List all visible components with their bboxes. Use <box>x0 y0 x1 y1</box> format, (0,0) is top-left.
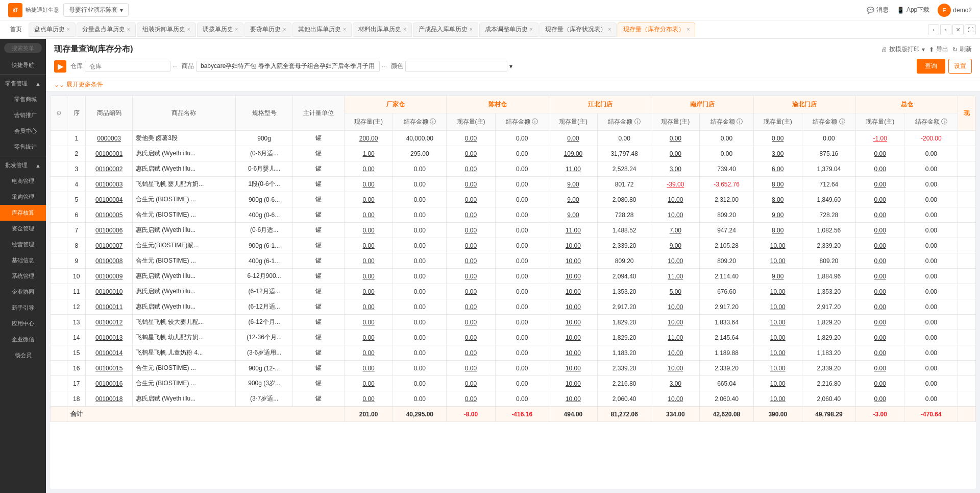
sidebar-item-finance[interactable]: 资金管理 <box>0 221 46 237</box>
cell-code[interactable]: 00100009 <box>86 269 133 284</box>
cell-code[interactable]: 00100010 <box>86 284 133 299</box>
cell-jb-stock[interactable]: 11.00 <box>549 223 597 238</box>
cell-c-stock[interactable]: 0.00 <box>447 345 495 361</box>
cell-total-stock[interactable]: 0.00 <box>856 161 904 177</box>
cell-f-stock[interactable]: 0.00 <box>345 161 393 177</box>
cell-c-stock[interactable]: 0.00 <box>447 207 495 223</box>
sidebar-item-collab[interactable]: 企业协同 <box>0 284 46 300</box>
cell-total-stock[interactable]: 0.00 <box>856 207 904 223</box>
cell-f-stock[interactable]: 1.00 <box>345 146 393 161</box>
nav-next-button[interactable]: › <box>940 24 951 35</box>
cell-na-stock[interactable]: 10.00 <box>651 207 700 223</box>
nav-expand-button[interactable]: ⛶ <box>965 24 976 35</box>
close-icon[interactable]: × <box>687 27 690 32</box>
sidebar-item-marketing[interactable]: 营销推广 <box>0 107 46 123</box>
cell-code[interactable]: 00100018 <box>86 391 133 407</box>
close-icon[interactable]: × <box>67 27 70 32</box>
cell-c-stock[interactable]: 0.00 <box>447 223 495 238</box>
cell-f-stock[interactable]: 200.00 <box>345 131 393 146</box>
cell-yb-stock[interactable]: 9.00 <box>753 207 802 223</box>
cell-yb-stock[interactable]: 10.00 <box>753 299 802 315</box>
cell-total-stock[interactable]: -1.00 <box>856 131 904 146</box>
cell-yb-stock[interactable]: 10.00 <box>753 238 802 253</box>
cell-jb-stock[interactable]: 10.00 <box>549 330 597 345</box>
cell-c-stock[interactable]: 0.00 <box>447 177 495 192</box>
cell-jb-stock[interactable]: 9.00 <box>549 207 597 223</box>
cell-yb-stock[interactable]: 8.00 <box>753 177 802 192</box>
cell-f-stock[interactable]: 0.00 <box>345 391 393 407</box>
cell-yb-stock[interactable]: 10.00 <box>753 345 802 361</box>
sidebar-item-stock[interactable]: 库存核算 <box>0 205 46 221</box>
cell-na-stock[interactable]: 5.00 <box>651 284 700 299</box>
sidebar-item-quicknav[interactable]: 快捷导航 <box>0 57 46 73</box>
tab-inventory-history[interactable]: 盘点单历史 × <box>29 22 76 37</box>
cell-code[interactable]: 00100006 <box>86 223 133 238</box>
cell-jb-stock[interactable]: 10.00 <box>549 284 597 299</box>
cell-c-stock[interactable]: 0.00 <box>447 330 495 345</box>
user-area[interactable]: E demo2 <box>938 4 972 17</box>
cell-code[interactable]: 00100015 <box>86 361 133 376</box>
color-input[interactable] <box>405 61 507 72</box>
cell-f-stock[interactable]: 0.00 <box>345 238 393 253</box>
cell-jb-stock[interactable]: 10.00 <box>549 253 597 269</box>
gear-icon[interactable]: ⚙ <box>56 110 62 117</box>
cell-jb-stock[interactable]: 109.00 <box>549 146 597 161</box>
cell-c-stock[interactable]: 0.00 <box>447 284 495 299</box>
print-button[interactable]: 🖨 按模版打印 ▾ <box>881 45 925 54</box>
cell-yb-stock[interactable]: 8.00 <box>753 192 802 207</box>
sidebar-item-retail-stats[interactable]: 零售统计 <box>0 139 46 155</box>
cell-f-stock[interactable]: 0.00 <box>345 330 393 345</box>
cell-jb-stock[interactable]: 10.00 <box>549 345 597 361</box>
cell-jb-stock[interactable]: 10.00 <box>549 299 597 315</box>
sidebar-item-retail[interactable]: 零售管理 ▲ <box>0 76 46 91</box>
cell-na-stock[interactable]: 10.00 <box>651 361 700 376</box>
close-icon[interactable]: × <box>283 27 286 32</box>
cell-na-stock[interactable]: 11.00 <box>651 330 700 345</box>
cell-f-stock[interactable]: 0.00 <box>345 269 393 284</box>
cell-yb-stock[interactable]: 10.00 <box>753 315 802 330</box>
sidebar-item-wholesale[interactable]: 批发管理 ▲ <box>0 157 46 173</box>
cell-yb-stock[interactable]: 10.00 <box>753 391 802 407</box>
cell-total-stock[interactable]: 0.00 <box>856 177 904 192</box>
cell-code[interactable]: 00100008 <box>86 253 133 269</box>
cell-total-stock[interactable]: 0.00 <box>856 223 904 238</box>
cell-total-stock[interactable]: 0.00 <box>856 330 904 345</box>
cell-jb-stock[interactable]: 10.00 <box>549 269 597 284</box>
cell-f-stock[interactable]: 0.00 <box>345 284 393 299</box>
cell-c-stock[interactable]: 0.00 <box>447 315 495 330</box>
cell-f-stock[interactable]: 0.00 <box>345 223 393 238</box>
cell-code[interactable]: 00100002 <box>86 161 133 177</box>
sidebar-item-wecom[interactable]: 企业微信 <box>0 332 46 347</box>
cell-c-stock[interactable]: 0.00 <box>447 238 495 253</box>
cell-f-stock[interactable]: 0.00 <box>345 192 393 207</box>
cell-na-stock[interactable]: 10.00 <box>651 253 700 269</box>
app-download-button[interactable]: 📱 App下载 <box>897 6 929 14</box>
close-icon[interactable]: × <box>127 27 130 32</box>
warehouse-dots[interactable]: ··· <box>173 63 178 70</box>
cell-f-stock[interactable]: 0.00 <box>345 253 393 269</box>
cell-total-stock[interactable]: 0.00 <box>856 315 904 330</box>
cell-code[interactable]: 00100001 <box>86 146 133 161</box>
cell-yb-stock[interactable]: 10.00 <box>753 361 802 376</box>
cell-na-stock[interactable]: 10.00 <box>651 345 700 361</box>
cell-na-stock[interactable]: 0.00 <box>651 146 700 161</box>
cell-na-stock[interactable]: 3.00 <box>651 376 700 391</box>
cell-total-stock[interactable]: 0.00 <box>856 391 904 407</box>
cell-total-stock[interactable]: 0.00 <box>856 345 904 361</box>
setting-button[interactable]: 设置 <box>948 59 972 74</box>
cell-code[interactable]: 00100011 <box>86 299 133 315</box>
cell-c-stock[interactable]: 0.00 <box>447 299 495 315</box>
goods-dots[interactable]: ··· <box>382 63 387 70</box>
cell-total-stock[interactable]: 0.00 <box>856 284 904 299</box>
sidebar-item-ecommerce[interactable]: 电商管理 <box>0 173 46 189</box>
close-icon[interactable]: × <box>343 27 346 32</box>
cell-c-stock[interactable]: 0.00 <box>447 376 495 391</box>
warehouse-input[interactable] <box>85 61 170 72</box>
filter-expand-button[interactable]: ▶ <box>54 60 66 73</box>
sidebar-item-search[interactable] <box>0 39 46 57</box>
cell-jb-stock[interactable]: 10.00 <box>549 238 597 253</box>
cell-total-stock[interactable]: 0.00 <box>856 376 904 391</box>
cell-total-stock[interactable]: 0.00 <box>856 146 904 161</box>
cell-jb-stock[interactable]: 9.00 <box>549 192 597 207</box>
cell-f-stock[interactable]: 0.00 <box>345 361 393 376</box>
